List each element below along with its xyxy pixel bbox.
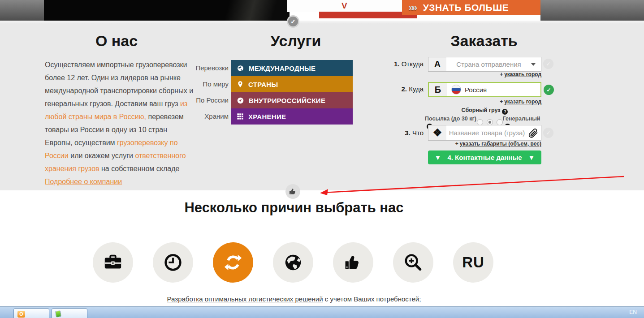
compass-icon xyxy=(237,97,244,104)
reason-russia: RU xyxy=(453,242,493,283)
reasons-title: Несколько причин выбрать нас xyxy=(115,200,473,216)
banner-white-card xyxy=(287,0,418,12)
menu-label: ХРАНЕНИЕ xyxy=(248,113,286,120)
country-from-select[interactable]: А Страна отправления xyxy=(428,57,541,72)
about-p4: на собственном складе xyxy=(99,165,180,172)
about-p3: или окажем услуги xyxy=(69,152,135,159)
services-side-label-1: Перевозки xyxy=(188,60,229,76)
zoom-in-icon xyxy=(403,252,424,273)
triangle-down-icon: ▼ xyxy=(528,154,535,161)
about-more-link[interactable]: Подробнее о компании xyxy=(45,178,122,185)
from-city-link[interactable]: +указать город xyxy=(448,71,541,77)
what-placeholder: Название товара (груза) xyxy=(446,129,527,137)
menu-item-storage[interactable]: ХРАНЕНИЕ xyxy=(231,108,353,125)
app-icon xyxy=(55,310,61,318)
banner-card-letter: V xyxy=(341,1,347,11)
reason-flexibility xyxy=(213,242,253,283)
reason-worldwide xyxy=(273,242,313,283)
banner-photo xyxy=(44,0,290,21)
prefix-b: Б xyxy=(429,83,447,96)
to-value: Россия xyxy=(465,86,487,94)
reason-quality xyxy=(333,242,373,283)
page: V »» УЗНАТЬ БОЛЬШЕ ✓ О нас Осуществляем … xyxy=(0,0,644,318)
cargo-group-label: Сборный груз? xyxy=(428,107,541,115)
banner-left-gradient xyxy=(0,0,44,21)
globe-icon xyxy=(237,64,244,72)
about-text: Осуществляем импортные грузоперевозки бо… xyxy=(45,58,196,188)
about-p1: Осуществляем импортные грузоперевозки бо… xyxy=(45,61,193,107)
chevron-down-icon[interactable] xyxy=(531,63,536,66)
grid-icon xyxy=(237,113,244,120)
thumbs-divider xyxy=(285,184,300,199)
map-pin-icon xyxy=(237,81,244,88)
services-title: Услуги xyxy=(224,32,367,50)
language-indicator[interactable]: EN xyxy=(629,309,637,315)
label-what: 3. Что xyxy=(381,129,424,137)
package-icon: ❖ xyxy=(428,125,446,140)
thumbs-up-icon xyxy=(343,253,363,272)
reason-time xyxy=(153,242,193,283)
reason-text: Разработка оптимальных логистических реш… xyxy=(115,295,473,303)
services-side-label-3: По России xyxy=(188,92,229,108)
order-title: Заказать xyxy=(417,32,551,50)
menu-label: ВНУТРИРОССИЙСКИЕ xyxy=(249,97,325,104)
ru-badge: RU xyxy=(462,254,484,271)
clock-icon xyxy=(163,252,183,273)
outlook-icon: O xyxy=(17,311,25,318)
services-side-label-4: Храним xyxy=(188,108,229,125)
taskbar-button-app[interactable] xyxy=(52,308,87,318)
banner-white-strip xyxy=(417,15,540,21)
cargo-name-input[interactable]: ❖ Название товара (груза) xyxy=(428,125,541,141)
about-title: О нас xyxy=(45,32,188,50)
dimensions-link[interactable]: +указать габариты (объем, вес) xyxy=(448,141,541,147)
what-check-icon: ✓ xyxy=(543,128,553,138)
help-icon[interactable]: ? xyxy=(502,109,508,115)
paperclip-icon[interactable] xyxy=(527,128,538,138)
learn-more-label: УЗНАТЬ БОЛЬШЕ xyxy=(423,2,509,13)
briefcase-icon xyxy=(103,252,123,273)
prefix-a: А xyxy=(428,57,446,71)
to-check-icon: ✓ xyxy=(544,85,554,95)
contacts-button[interactable]: ▼ 4. Контактные данные ▼ xyxy=(428,150,541,164)
sync-icon xyxy=(223,252,243,273)
label-to: 2. Куда xyxy=(381,85,424,93)
reason-transparency xyxy=(393,242,433,283)
check-divider-icon: ✓ xyxy=(287,15,299,28)
menu-label: СТРАНЫ xyxy=(248,81,278,88)
globe-icon xyxy=(283,252,303,273)
services-side-label-2: По миру xyxy=(188,76,229,92)
russia-flag-icon xyxy=(451,85,461,95)
learn-more-button[interactable]: »» УЗНАТЬ БОЛЬШЕ xyxy=(402,0,540,15)
label-from: 1. Откуда xyxy=(381,60,424,68)
from-check-icon: ✓ xyxy=(543,59,553,69)
banner-right-gradient xyxy=(540,0,644,21)
triangle-down-icon: ▼ xyxy=(435,154,441,161)
menu-item-international[interactable]: МЕЖДУНАРОДНЫЕ xyxy=(231,60,353,76)
double-chevron-icon: »» xyxy=(408,1,415,14)
taskbar: O EN xyxy=(0,306,644,318)
country-to-select[interactable]: Б Россия xyxy=(428,82,541,97)
taskbar-button-outlook[interactable]: O xyxy=(13,308,49,318)
menu-item-countries[interactable]: СТРАНЫ xyxy=(231,76,353,92)
from-placeholder: Страна отправления xyxy=(446,60,531,68)
thumbs-up-icon xyxy=(289,187,297,196)
reason-experience xyxy=(93,242,133,283)
contacts-button-label: 4. Контактные данные xyxy=(447,154,522,161)
menu-item-domestic[interactable]: ВНУТРИРОССИЙСКИЕ xyxy=(231,92,353,108)
reason-link[interactable]: Разработка оптимальных логистических реш… xyxy=(167,295,323,303)
menu-label: МЕЖДУНАРОДНЫЕ xyxy=(249,64,316,72)
to-city-link[interactable]: +указать город xyxy=(448,99,541,105)
